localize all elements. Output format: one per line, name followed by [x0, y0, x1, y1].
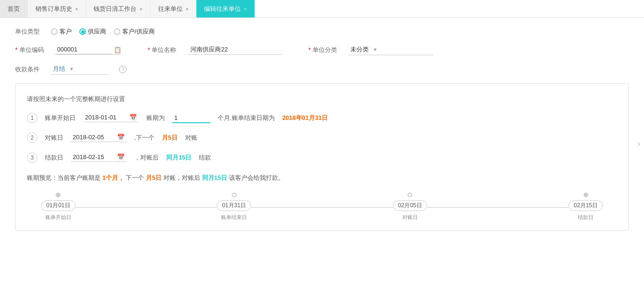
payment-term-value: 月结 — [53, 65, 65, 73]
unit-code-label: 单位编码 — [15, 46, 44, 54]
unit-name-label: 单位名称 — [148, 46, 177, 54]
content-area: 单位类型 客户 供应商 客户/供应商 单位编码 📋 单位名称 单位分类 — [0, 18, 644, 287]
period-end-date: 2018年01月31日 — [282, 114, 328, 122]
step3-highlight: 同月15日 — [166, 153, 191, 162]
step-num-3: 3 — [27, 152, 37, 163]
tl-sub-2: 对账日 — [402, 214, 418, 221]
step2-suffix-end: 对账 — [185, 134, 197, 142]
step2-date-group: 📅 — [71, 134, 127, 142]
tl-line-2 — [251, 207, 393, 208]
tl-point-1: 01月31日 账单结束日 — [217, 193, 251, 221]
unit-category-value: 未分类 — [350, 45, 369, 54]
step3-cal-icon[interactable]: 📅 — [117, 153, 125, 160]
radio-supplier[interactable]: 供应商 — [79, 27, 106, 36]
preview-suffix: 该客户会给我打款。 — [229, 174, 284, 181]
category-dropdown-arrow: ▼ — [373, 47, 378, 52]
period-unit-text: 个月,账单结束日期为 — [218, 114, 275, 122]
step2-highlight: 月5日 — [162, 134, 178, 142]
period-label: 账期为 — [146, 114, 165, 122]
unit-name-input[interactable] — [187, 45, 282, 55]
step-num-1: 1 — [27, 113, 37, 123]
tl-sub-1: 账单结束日 — [221, 214, 247, 221]
preview-highlight2: 月5日 — [146, 174, 161, 181]
timeline-wrapper: 01月01日 账单开始日 01月31日 账单结束日 02月05日 对账日 — [36, 193, 608, 221]
radio-customer[interactable]: 客户 — [51, 27, 72, 36]
step2-date-input[interactable] — [73, 134, 115, 141]
step2-cal-icon[interactable]: 📅 — [117, 134, 125, 141]
scroll-right-arrow[interactable]: › — [637, 139, 640, 149]
step1-cal-icon[interactable]: 📅 — [129, 114, 137, 121]
unit-code-input[interactable] — [55, 45, 112, 54]
step-label-1: 账单开始日 — [45, 114, 76, 122]
tab-partner[interactable]: 往来单位 × — [151, 0, 196, 17]
tl-dot-3 — [584, 193, 588, 197]
step3-suffix-prefix: ，对账后 — [134, 153, 159, 162]
radio-both[interactable]: 客户/供应商 — [114, 27, 155, 36]
tl-label-2: 02月05日 — [393, 200, 427, 211]
tl-dot-1 — [232, 193, 237, 197]
tl-label-1: 01月31日 — [217, 200, 251, 211]
preview-highlight1: 1个月， — [102, 174, 124, 181]
tl-point-2: 02月05日 对账日 — [393, 193, 427, 221]
step2-suffix-prefix: ,下一个 — [134, 134, 154, 142]
close-edit-partner[interactable]: × — [244, 6, 246, 12]
payment-term-help[interactable]: ? — [119, 66, 127, 73]
tab-home[interactable]: 首页 — [0, 0, 28, 17]
close-cash-work[interactable]: × — [139, 6, 142, 12]
step1-date-group: 📅 — [83, 114, 139, 122]
step3-date-group: 📅 — [71, 153, 127, 162]
unit-code-icon[interactable]: 📋 — [114, 46, 121, 53]
section-title: 请按照未来的一个完整帐期进行设置 — [27, 95, 617, 103]
radio-circle-customer — [51, 28, 58, 35]
unit-code-input-group: 📋 — [55, 45, 121, 55]
step3-suffix-end: 结款 — [199, 153, 211, 162]
tab-bar: 首页 销售订单历史 × 钱货日清工作台 × 往来单位 × 编辑往来单位 × — [0, 0, 644, 18]
payment-term-label: 收款条件 — [15, 65, 40, 74]
radio-circle-supplier — [79, 28, 86, 35]
tl-dot-0 — [56, 193, 60, 197]
unit-category-label: 单位分类 — [308, 46, 337, 54]
step-row-3: 3 结款日 📅 ，对账后 同月15日 结款 — [27, 152, 617, 163]
unit-type-label: 单位类型 — [15, 27, 40, 36]
section-card: 请按照未来的一个完整帐期进行设置 1 账单开始日 📅 账期为 个月,账单结束日期… — [15, 83, 629, 231]
payment-term-select[interactable]: 月结 ▼ — [51, 64, 108, 75]
tl-sub-0: 账单开始日 — [45, 214, 71, 221]
tl-dot-2 — [407, 193, 412, 197]
step1-date-input[interactable] — [85, 114, 127, 121]
tl-line-1 — [76, 207, 217, 208]
unit-type-radio-group: 客户 供应商 客户/供应商 — [51, 27, 155, 36]
step-row-1: 1 账单开始日 📅 账期为 个月,账单结束日期为 2018年01月31日 — [27, 113, 617, 123]
tl-point-3: 02月15日 结款日 — [568, 193, 603, 221]
unit-type-row: 单位类型 客户 供应商 客户/供应商 — [15, 27, 629, 36]
step3-date-input[interactable] — [73, 153, 115, 160]
timeline-section: 01月01日 账单开始日 01月31日 账单结束日 02月05日 对账日 — [27, 193, 617, 221]
close-partner[interactable]: × — [186, 6, 188, 12]
tab-edit-partner[interactable]: 编辑往来单位 × — [196, 0, 254, 17]
tl-line-3 — [427, 207, 569, 208]
preview-mid1: 下一个 — [126, 174, 144, 181]
tab-cash-work[interactable]: 钱货日清工作台 × — [86, 0, 150, 17]
step-label-3: 结款日 — [45, 153, 63, 162]
payment-term-row: 收款条件 月结 ▼ ? — [15, 64, 629, 75]
radio-circle-both — [114, 28, 120, 35]
preview-mid2: 对账，对账后 — [163, 174, 200, 181]
unit-code-row: 单位编码 📋 单位名称 单位分类 未分类 ▼ — [15, 44, 629, 55]
step-label-2: 对账日 — [45, 134, 63, 142]
preview-highlight3: 同月15日 — [202, 174, 227, 181]
step-row-2: 2 对账日 📅 ,下一个 月5日 对账 — [27, 133, 617, 143]
tl-label-0: 01月01日 — [41, 200, 76, 211]
period-value-input[interactable] — [172, 113, 210, 123]
preview-prefix: 账期预览：当前客户账期是 — [27, 174, 101, 181]
unit-category-select[interactable]: 未分类 ▼ — [348, 44, 433, 55]
payment-term-arrow: ▼ — [69, 66, 74, 72]
close-sales-order[interactable]: × — [75, 6, 78, 12]
tl-label-3: 02月15日 — [568, 200, 603, 211]
step-num-2: 2 — [27, 133, 37, 143]
tab-sales-order[interactable]: 销售订单历史 × — [28, 0, 86, 17]
preview-row: 账期预览：当前客户账期是 1个月， 下一个 月5日 对账，对账后 同月15日 该… — [27, 172, 617, 183]
tl-sub-3: 结款日 — [578, 214, 593, 221]
tl-point-0: 01月01日 账单开始日 — [41, 193, 76, 221]
